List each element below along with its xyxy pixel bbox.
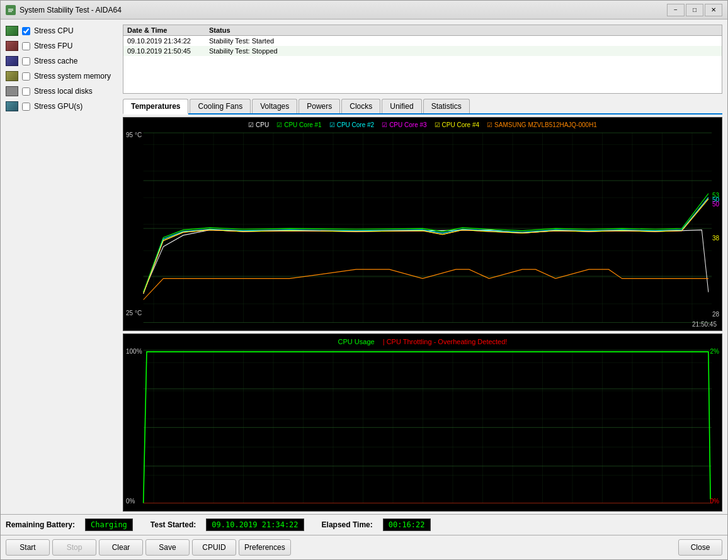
temp-x-time: 21:50:45 — [692, 321, 717, 328]
log-status-1: Stability Test: Stopped — [209, 47, 718, 55]
stress-fpu-checkbox[interactable] — [22, 42, 30, 50]
stress-cache-item[interactable]: Stress cache — [6, 55, 115, 67]
status-bar: Remaining Battery: Charging Test Started… — [1, 514, 727, 535]
legend-core1: ☑ CPU Core #1 — [276, 121, 321, 128]
minimize-button[interactable]: − — [667, 4, 685, 16]
stress-cpu-checkbox[interactable] — [22, 27, 30, 35]
log-date-0: 09.10.2019 21:34:22 — [127, 37, 209, 45]
svg-rect-5 — [144, 133, 712, 322]
app-icon — [6, 5, 16, 15]
legend-cpu-label: CPU — [256, 121, 269, 128]
temp-legend: ☑ CPU ☑ CPU Core #1 ☑ CPU Core #2 ☑ — [123, 121, 722, 128]
stress-gpu-checkbox[interactable] — [22, 103, 30, 111]
stress-fpu-item[interactable]: Stress FPU — [6, 40, 115, 52]
memory-icon — [6, 71, 18, 81]
tab-cooling-fans[interactable]: Cooling Fans — [190, 99, 251, 113]
log-area: Date & Time Status 09.10.2019 21:34:22 S… — [123, 25, 722, 94]
log-status-0: Stability Test: Started — [209, 37, 718, 45]
tab-clocks[interactable]: Clocks — [341, 99, 380, 113]
title-bar: System Stability Test - AIDA64 − □ ✕ — [1, 1, 727, 20]
stress-gpu-item[interactable]: Stress GPU(s) — [6, 100, 115, 113]
cpu-icon — [6, 26, 18, 36]
svg-rect-2 — [8, 10, 13, 11]
battery-label: Remaining Battery: — [6, 520, 75, 529]
fpu-icon — [6, 41, 18, 51]
stress-disk-checkbox[interactable] — [22, 87, 30, 96]
usage-title: CPU Usage — [338, 338, 375, 345]
left-panel: Stress CPU Stress FPU Stress cache Stres… — [1, 20, 120, 514]
charts-area: ☑ CPU ☑ CPU Core #1 ☑ CPU Core #2 ☑ — [123, 117, 722, 512]
clear-button[interactable]: Clear — [99, 539, 143, 556]
temp-r5: 28 — [712, 311, 719, 318]
test-started-value: 09.10.2019 21:34:22 — [206, 518, 304, 531]
window-controls: − □ ✕ — [667, 4, 722, 16]
stress-fpu-label: Stress FPU — [34, 42, 72, 50]
stress-cache-label: Stress cache — [34, 57, 77, 65]
stress-memory-label: Stress system memory — [34, 72, 111, 81]
right-panel: Date & Time Status 09.10.2019 21:34:22 S… — [120, 20, 727, 514]
log-row: 09.10.2019 21:50:45 Stability Test: Stop… — [123, 46, 722, 56]
usage-chart: CPU Usage | CPU Throttling - Overheating… — [123, 333, 722, 512]
legend-cpu: ☑ CPU — [248, 121, 269, 128]
legend-core3: ☑ CPU Core #3 — [382, 121, 426, 128]
tab-unified[interactable]: Unified — [382, 99, 421, 113]
usage-r-top: 2% — [710, 348, 719, 355]
elapsed-value: 00:16:22 — [383, 518, 431, 531]
close-button[interactable]: ✕ — [705, 4, 722, 16]
usage-warning-text: CPU Throttling - Overheating Detected! — [387, 338, 508, 345]
elapsed-label: Elapsed Time: — [322, 520, 373, 529]
tab-voltages[interactable]: Voltages — [252, 99, 297, 113]
gpu-icon — [6, 101, 18, 111]
svg-rect-3 — [8, 11, 12, 12]
log-row: 09.10.2019 21:34:22 Stability Test: Star… — [123, 36, 722, 46]
log-rows: 09.10.2019 21:34:22 Stability Test: Star… — [123, 36, 722, 93]
temp-y-top: 95 °C — [126, 132, 142, 138]
stress-cache-checkbox[interactable] — [22, 57, 30, 65]
temp-r3: 50 — [712, 201, 719, 208]
close-app-button[interactable]: Close — [678, 539, 722, 556]
cpuid-button[interactable]: CPUID — [192, 539, 236, 556]
log-header: Date & Time Status — [123, 25, 722, 36]
tab-powers[interactable]: Powers — [299, 99, 340, 113]
legend-core1-label: CPU Core #1 — [284, 121, 321, 128]
log-status-header: Status — [209, 26, 718, 34]
tab-temperatures[interactable]: Temperatures — [123, 99, 188, 115]
usage-r-bottom: 0% — [710, 498, 719, 505]
temp-r4: 38 — [712, 235, 719, 242]
usage-y-top: 100% — [126, 348, 142, 355]
usage-chart-svg — [123, 334, 722, 511]
stress-memory-item[interactable]: Stress system memory — [6, 70, 115, 82]
usage-y-bottom: 0% — [126, 498, 135, 505]
temp-chart-svg — [123, 118, 722, 330]
cpu-usage-title: CPU Usage | CPU Throttling - Overheating… — [123, 338, 722, 345]
stress-cpu-item[interactable]: Stress CPU — [6, 25, 115, 37]
main-window: System Stability Test - AIDA64 − □ ✕ Str… — [0, 0, 728, 560]
temp-y-bottom: 25 °C — [126, 310, 142, 316]
legend-core4: ☑ CPU Core #4 — [435, 121, 479, 128]
tabs-bar: Temperatures Cooling Fans Voltages Power… — [123, 99, 722, 115]
preferences-button[interactable]: Preferences — [239, 539, 291, 556]
stress-disk-label: Stress local disks — [34, 87, 93, 96]
legend-core4-label: CPU Core #4 — [442, 121, 479, 128]
main-content: Stress CPU Stress FPU Stress cache Stres… — [1, 20, 727, 514]
svg-rect-1 — [8, 9, 13, 9]
log-date-1: 09.10.2019 21:50:45 — [127, 47, 209, 55]
tab-statistics[interactable]: Statistics — [423, 99, 470, 113]
svg-rect-12 — [144, 350, 712, 503]
maximize-button[interactable]: □ — [686, 4, 703, 16]
temperature-chart: ☑ CPU ☑ CPU Core #1 ☑ CPU Core #2 ☑ — [123, 117, 722, 331]
legend-ssd: ☑ SAMSUNG MZVLB512HAJQ-000H1 — [487, 121, 597, 128]
battery-value: Charging — [85, 518, 133, 531]
test-started-label: Test Started: — [151, 520, 196, 529]
stress-cpu-label: Stress CPU — [34, 26, 74, 35]
start-button[interactable]: Start — [6, 539, 50, 556]
stress-memory-checkbox[interactable] — [22, 72, 30, 81]
legend-core2-label: CPU Core #2 — [337, 121, 374, 128]
legend-core2: ☑ CPU Core #2 — [329, 121, 374, 128]
stress-gpu-label: Stress GPU(s) — [34, 102, 82, 111]
save-button[interactable]: Save — [145, 539, 190, 556]
stress-disk-item[interactable]: Stress local disks — [6, 85, 115, 98]
cache-icon — [6, 56, 18, 66]
footer-bar: Start Stop Clear Save CPUID Preferences … — [1, 535, 727, 559]
stop-button[interactable]: Stop — [52, 539, 96, 556]
